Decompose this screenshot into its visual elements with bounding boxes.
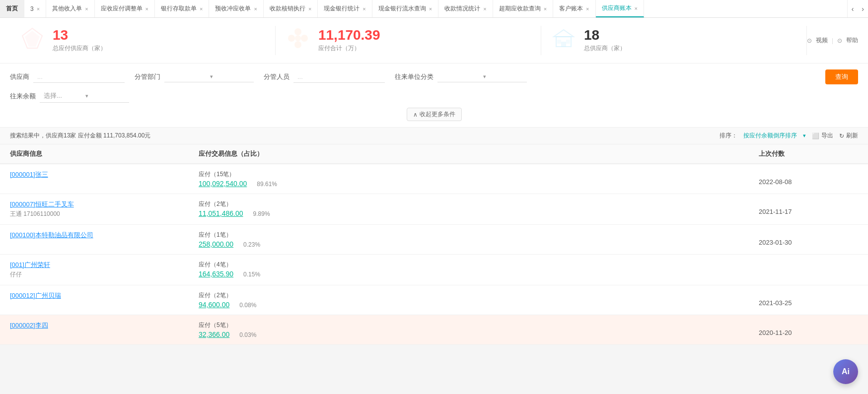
trade-amount-1[interactable]: 100,092,540.00 (199, 180, 247, 188)
nav-tab-home-label: 首页 (6, 4, 18, 13)
trade-amount-4[interactable]: 164,635.90 (199, 270, 233, 278)
person-input[interactable] (293, 71, 385, 83)
nav-tab-3[interactable]: 3 × (24, 0, 46, 17)
svg-rect-9 (561, 42, 566, 47)
main-content: 13 总应付供应商（家） 11,170.39 应付合计（万） (0, 18, 868, 394)
search-button[interactable]: 查询 (825, 69, 858, 84)
last-pay-5: 2021-03-25 (759, 291, 858, 307)
col-header-last-pay: 上次付数 (759, 149, 858, 158)
store-icon (551, 26, 576, 55)
nav-tab-collection[interactable]: 收款核销执行 × (264, 0, 318, 17)
supplier-link-1[interactable]: [000001]张三 (10, 171, 48, 178)
nav-tab-other-income[interactable]: 其他收入单 × (46, 0, 94, 17)
dept-filter-label: 分管部门 (135, 72, 160, 81)
result-bar: 搜索结果中，供应商13家 应付金额 111,703,854.00元 排序： 按应… (0, 128, 868, 144)
refresh-label: 刷新 (846, 131, 858, 140)
trade-amount-6[interactable]: 32,366.00 (199, 330, 229, 338)
close-icon[interactable]: × (85, 6, 88, 12)
last-pay-3: 2023-01-30 (759, 231, 858, 246)
nav-tab-supplier-ledger[interactable]: 供应商账本 × (596, 0, 644, 17)
refresh-button[interactable]: ↻ 刷新 (839, 131, 858, 140)
nav-tab-prepay-label: 预收冲应收单 (215, 4, 251, 13)
nav-tab-other-income-label: 其他收入单 (52, 4, 82, 13)
nav-tab-home[interactable]: 首页 (0, 0, 24, 17)
table-row: [000007]恒旺二手叉车 王通 17106110000 应付（2笔） 11,… (0, 194, 868, 225)
close-icon[interactable]: × (308, 6, 311, 12)
nav-tab-overdue[interactable]: 超期应收款查询 × (493, 0, 553, 17)
ai-button[interactable]: Ai (833, 359, 858, 384)
trade-percent-4: 0.15% (243, 271, 260, 278)
close-icon[interactable]: × (362, 6, 365, 12)
category-select[interactable]: ▾ (437, 71, 527, 82)
trade-percent-1: 89.61% (257, 181, 277, 188)
supplier-link-4[interactable]: [001]广州荣轩 (10, 261, 50, 268)
supplier-input[interactable] (33, 71, 125, 83)
flower-icon (286, 26, 310, 55)
export-button[interactable]: ⬜ 导出 (812, 131, 833, 140)
trade-percent-3: 0.23% (243, 241, 260, 248)
trade-label-4: 应付（4笔） (199, 261, 759, 269)
sort-select[interactable]: 按应付余额倒序排序 (743, 131, 797, 140)
data-table: 供应商信息 应付交易信息（占比） 上次付数 [000001]张三 应付（15笔）… (0, 144, 868, 345)
svg-point-3 (294, 28, 301, 35)
trade-amount-5[interactable]: 94,600.00 (199, 301, 229, 309)
svg-point-5 (288, 35, 295, 42)
supplier-link-3[interactable]: [000100]本特勒油品有限公司 (10, 231, 93, 239)
trade-info-4: 应付（4笔） 164,635.90 0.15% (199, 261, 759, 278)
close-icon[interactable]: × (145, 6, 148, 12)
close-icon[interactable]: × (37, 6, 40, 12)
close-icon[interactable]: × (635, 5, 638, 11)
last-pay-2: 2021-11-17 (759, 200, 858, 215)
help-link[interactable]: 帮助 (846, 36, 858, 45)
nav-tab-cash-stat[interactable]: 现金银行统计 × (318, 0, 372, 17)
nav-tab-cash-flow-label: 现金银行流水查询 (378, 4, 426, 13)
stat-payable-suppliers-number: 13 (53, 28, 106, 42)
export-label: 导出 (821, 131, 833, 140)
collapse-button[interactable]: ∧ 收起更多条件 (407, 108, 462, 121)
chevron-up-icon: ∧ (413, 111, 418, 118)
nav-tab-collection-stat[interactable]: 收款情况统计 × (438, 0, 493, 17)
table-header: 供应商信息 应付交易信息（占比） 上次付数 (0, 144, 868, 164)
sort-label: 排序： (720, 131, 737, 140)
stat-total-suppliers-label: 总供应商（家） (584, 44, 626, 53)
video-link[interactable]: 视频 (816, 36, 828, 45)
person-filter-label: 分管人员 (264, 72, 289, 81)
last-pay-4 (759, 261, 858, 268)
trade-amount-2[interactable]: 11,051,486.00 (199, 209, 243, 217)
chevron-down-icon-3: ▾ (85, 93, 125, 99)
divider: | (832, 37, 833, 44)
stat-block-payable-suppliers: 13 总应付供应商（家） (10, 26, 276, 55)
filter-balance: 往来余额 选择... ▾ (10, 89, 129, 103)
trade-amount-row-5: 94,600.00 0.08% (199, 301, 759, 309)
nav-tab-cash-flow[interactable]: 现金银行流水查询 × (372, 0, 438, 17)
dept-select[interactable]: ▾ (164, 71, 254, 82)
balance-select[interactable]: 选择... ▾ (40, 89, 129, 103)
nav-tab-adjustment[interactable]: 应收应付调整单 × (95, 0, 155, 17)
supplier-link-2[interactable]: [000007]恒旺二手叉车 (10, 200, 74, 208)
filter-row-2: 往来余额 选择... ▾ (10, 89, 858, 103)
nav-tab-customer-ledger[interactable]: 客户账本 × (553, 0, 595, 17)
nav-next-arrow[interactable]: › (858, 0, 868, 18)
close-icon[interactable]: × (483, 6, 486, 12)
supplier-sub-2: 王通 17106110000 (10, 210, 199, 218)
close-icon[interactable]: × (586, 6, 589, 12)
nav-tab-prepay[interactable]: 预收冲应收单 × (209, 0, 263, 17)
close-icon[interactable]: × (254, 6, 257, 12)
col-header-supplier: 供应商信息 (10, 149, 199, 158)
nav-tab-bank-deposit[interactable]: 银行存取款单 × (155, 0, 209, 17)
trade-amount-3[interactable]: 258,000.00 (199, 240, 233, 248)
supplier-link-5[interactable]: [000012]广州贝瑞 (10, 292, 61, 299)
trade-amount-row-1: 100,092,540.00 89.61% (199, 180, 759, 188)
svg-rect-10 (557, 40, 561, 44)
export-icon: ⬜ (812, 132, 819, 139)
nav-prev-arrow[interactable]: ‹ (848, 0, 858, 18)
table-row: [000100]本特勒油品有限公司 应付（1笔） 258,000.00 0.23… (0, 225, 868, 255)
supplier-link-6[interactable]: [000002]李四 (10, 322, 48, 329)
chevron-down-icon-sort: ▾ (803, 132, 806, 139)
close-icon[interactable]: × (544, 6, 547, 12)
filter-person: 分管人员 (264, 71, 385, 83)
close-icon[interactable]: × (200, 6, 203, 12)
filter-supplier: 供应商 (10, 71, 125, 83)
nav-tab-supplier-ledger-label: 供应商账本 (602, 4, 632, 12)
close-icon[interactable]: × (429, 6, 432, 12)
